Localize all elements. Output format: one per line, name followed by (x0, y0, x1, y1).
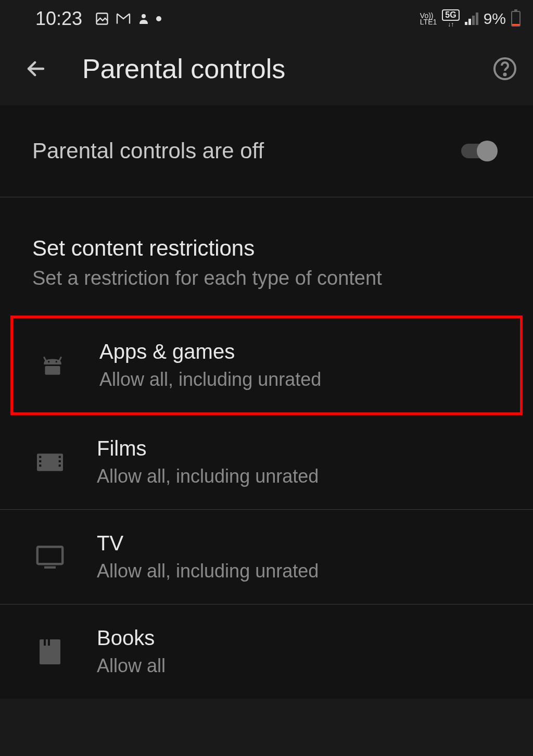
list-item-films[interactable]: Films Allow all, including unrated (0, 415, 533, 509)
svg-point-5 (48, 361, 49, 362)
item-title: TV (97, 532, 319, 555)
network-type-indicator: Vo)) LTE1 (420, 12, 437, 25)
page-title: Parental controls (82, 53, 457, 84)
item-subtitle: Allow all, including unrated (99, 369, 321, 390)
svg-point-6 (56, 361, 57, 362)
svg-rect-14 (59, 464, 61, 467)
more-notifications-dot (156, 16, 161, 21)
item-subtitle: Allow all, including unrated (97, 560, 319, 582)
book-icon (35, 637, 65, 666)
android-icon (38, 351, 67, 380)
section-header: Set content restrictions Set a restricti… (0, 197, 533, 316)
tv-icon (35, 543, 65, 572)
svg-rect-18 (44, 639, 46, 646)
svg-rect-12 (59, 456, 61, 458)
item-subtitle: Allow all, including unrated (97, 465, 319, 487)
toggle-switch[interactable] (461, 141, 501, 161)
film-icon (35, 448, 65, 477)
svg-point-4 (504, 73, 505, 75)
fiveg-indicator: 5G ↓↑ (442, 9, 459, 28)
list-item-books[interactable]: Books Allow all (0, 604, 533, 699)
svg-rect-11 (39, 464, 41, 467)
app-bar: Parental controls (0, 37, 533, 105)
svg-rect-13 (59, 460, 61, 462)
section-title: Set content restrictions (32, 236, 501, 261)
back-arrow-icon[interactable] (25, 58, 47, 80)
svg-rect-9 (39, 456, 41, 458)
item-title: Films (97, 437, 319, 460)
toggle-label: Parental controls are off (32, 138, 264, 163)
help-icon[interactable] (492, 56, 517, 81)
status-right: Vo)) LTE1 5G ↓↑ 9% (420, 9, 521, 28)
list-item-tv[interactable]: TV Allow all, including unrated (0, 509, 533, 604)
highlight-annotation: Apps & games Allow all, including unrate… (10, 316, 523, 415)
svg-rect-19 (48, 639, 50, 646)
item-subtitle: Allow all (97, 655, 166, 677)
gmail-icon (116, 12, 131, 25)
svg-rect-7 (45, 366, 60, 375)
status-notification-icons (95, 11, 161, 26)
person-icon (137, 11, 150, 26)
status-left: 10:23 (35, 8, 161, 30)
section-subtitle: Set a restriction for each type of conte… (32, 267, 501, 289)
svg-rect-15 (37, 547, 62, 564)
status-time: 10:23 (35, 8, 82, 30)
content-area: Parental controls are off Set content re… (0, 105, 533, 699)
battery-percent: 9% (484, 10, 506, 28)
item-title: Apps & games (99, 340, 321, 363)
svg-point-1 (142, 14, 146, 18)
image-icon (95, 11, 109, 26)
item-title: Books (97, 626, 166, 650)
battery-icon (511, 11, 521, 27)
parental-controls-toggle-row[interactable]: Parental controls are off (0, 105, 533, 197)
signal-strength-icon (465, 12, 478, 25)
list-item-apps-games[interactable]: Apps & games Allow all, including unrate… (13, 318, 520, 412)
svg-rect-10 (39, 460, 41, 462)
status-bar: 10:23 Vo)) LTE1 5G ↓↑ 9% (0, 0, 533, 37)
